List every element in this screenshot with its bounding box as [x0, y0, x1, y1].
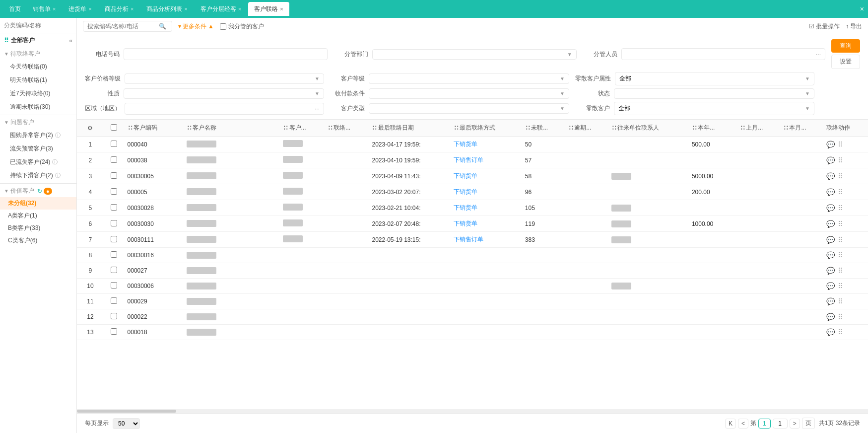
last-way-link[interactable]: 下销货单: [454, 204, 477, 211]
select-all-checkbox[interactable]: [111, 124, 117, 131]
row-check-1[interactable]: [104, 137, 125, 152]
last-way-link[interactable]: 下销货单: [454, 220, 477, 227]
nature-select[interactable]: ▼: [124, 88, 324, 99]
grid-action-icon[interactable]: ⠿: [838, 156, 843, 164]
sidebar-item-overdue[interactable]: 逾期未联络(30): [0, 100, 76, 114]
last-page-button[interactable]: 页: [802, 418, 815, 429]
tab-purchase[interactable]: 进货单 ×: [63, 2, 97, 16]
row-check-4[interactable]: [104, 184, 125, 200]
sales-tab-close[interactable]: ×: [53, 6, 56, 12]
row-check-9[interactable]: [104, 263, 125, 279]
chat-icon[interactable]: 💬: [826, 172, 835, 180]
row-checkbox-10[interactable]: [111, 282, 117, 289]
row-checkbox-11[interactable]: [111, 297, 117, 304]
row-checkbox-6[interactable]: [111, 220, 117, 226]
row-checkbox-5[interactable]: [111, 204, 117, 211]
sidebar-item-hoarding[interactable]: 囤购异常客户(2) ⓘ: [0, 129, 76, 142]
grid-action-icon[interactable]: ⠿: [838, 251, 843, 259]
row-check-5[interactable]: [104, 200, 125, 216]
chat-icon[interactable]: 💬: [826, 282, 835, 290]
tab-sales[interactable]: 销售单 ×: [27, 2, 62, 16]
chat-icon[interactable]: 💬: [826, 313, 835, 321]
chat-icon[interactable]: 💬: [826, 236, 835, 244]
last-way-link[interactable]: 下销售订单: [454, 236, 483, 243]
sidebar-section-problem[interactable]: ▼ 问题客户: [0, 116, 76, 129]
export-button[interactable]: ↑ 导出: [846, 22, 862, 31]
phone-input[interactable]: [124, 48, 328, 60]
payment-select[interactable]: ▼: [369, 88, 569, 99]
settings-header[interactable]: ⚙: [77, 120, 104, 137]
row-checkbox-7[interactable]: [111, 236, 117, 242]
chat-icon[interactable]: 💬: [826, 297, 835, 305]
chat-icon[interactable]: 💬: [826, 267, 835, 275]
global-close-button[interactable]: ×: [860, 5, 864, 13]
sidebar-item-tomorrow[interactable]: 明天待联络(1): [0, 73, 76, 87]
reset-button[interactable]: 设置: [831, 55, 860, 69]
row-check-10[interactable]: [104, 279, 125, 294]
sidebar-item-a-class[interactable]: A类客户(1): [0, 210, 76, 222]
status-select[interactable]: ▼: [614, 88, 814, 99]
grid-action-icon[interactable]: ⠿: [838, 172, 843, 180]
grid-action-icon[interactable]: ⠿: [838, 204, 843, 212]
last-way-link[interactable]: 下销售订单: [454, 156, 483, 163]
row-check-13[interactable]: [104, 325, 125, 340]
dept-select[interactable]: ▼: [372, 49, 576, 60]
my-customers-checkbox[interactable]: [220, 23, 226, 30]
batch-ops-button[interactable]: ☑ 批量操作: [809, 22, 840, 31]
last-way-link[interactable]: 下销货单: [454, 141, 477, 147]
chat-icon[interactable]: 💬: [826, 220, 835, 228]
sidebar-section-value[interactable]: ▼ 价值客户 ↻ ●: [0, 185, 76, 197]
refresh-icon[interactable]: ↻: [37, 188, 42, 195]
row-check-3[interactable]: [104, 168, 125, 184]
grid-action-icon[interactable]: ⠿: [838, 297, 843, 305]
sidebar-all-customers[interactable]: ⠿ 全部客户 «: [0, 33, 76, 48]
search-icon[interactable]: 🔍: [159, 23, 166, 30]
product-analysis-tab-close[interactable]: ×: [131, 6, 134, 12]
customer-level-select[interactable]: ▼: [369, 73, 569, 84]
chat-icon[interactable]: 💬: [826, 141, 835, 148]
tab-product-list[interactable]: 商品分析列表 ×: [140, 2, 193, 16]
price-level-select[interactable]: ▼: [125, 73, 324, 84]
retail-customer-select[interactable]: 全部 ▼: [614, 102, 814, 115]
grid-action-icon[interactable]: ⠿: [838, 282, 843, 290]
tab-home[interactable]: 首页: [4, 2, 26, 16]
collapse-icon[interactable]: «: [69, 37, 72, 44]
row-check-7[interactable]: [104, 232, 125, 248]
chat-icon[interactable]: 💬: [826, 156, 835, 164]
customer-segment-tab-close[interactable]: ×: [238, 6, 241, 12]
tab-customer-segment[interactable]: 客户分层经客 ×: [195, 2, 247, 16]
grid-action-icon[interactable]: ⠿: [838, 220, 843, 228]
sidebar-item-declining[interactable]: 持续下滑客户(2) ⓘ: [0, 169, 76, 182]
sidebar-section-pending[interactable]: ▼ 待联络客户: [0, 48, 76, 60]
chat-icon[interactable]: 💬: [826, 204, 835, 212]
grid-action-icon[interactable]: ⠿: [838, 328, 843, 336]
per-page-select[interactable]: 50 20 100: [113, 418, 140, 429]
row-checkbox-4[interactable]: [111, 188, 117, 195]
row-checkbox-8[interactable]: [111, 251, 117, 258]
grid-action-icon[interactable]: ⠿: [838, 141, 843, 148]
row-check-2[interactable]: [104, 152, 125, 168]
sidebar-item-today[interactable]: 今天待联络(0): [0, 60, 76, 73]
row-check-8[interactable]: [104, 248, 125, 263]
chat-icon[interactable]: 💬: [826, 188, 835, 196]
region-select[interactable]: ···: [125, 103, 324, 115]
horizontal-scrollbar[interactable]: [77, 409, 868, 413]
manager-select[interactable]: ···: [621, 48, 825, 60]
row-checkbox-1[interactable]: [111, 141, 117, 147]
chat-icon[interactable]: 💬: [826, 328, 835, 336]
customer-contact-tab-close[interactable]: ×: [280, 6, 283, 12]
next-page-button[interactable]: >: [790, 419, 800, 429]
row-checkbox-12[interactable]: [111, 313, 117, 319]
row-checkbox-2[interactable]: [111, 156, 117, 163]
row-check-11[interactable]: [104, 294, 125, 309]
prev-page-button[interactable]: <: [738, 419, 748, 429]
search-input[interactable]: [87, 23, 157, 30]
scroll-thumb[interactable]: [77, 410, 176, 413]
customer-type-select[interactable]: ▼: [369, 103, 569, 114]
purchase-tab-close[interactable]: ×: [88, 6, 91, 12]
page-input[interactable]: [773, 419, 788, 429]
grid-action-icon[interactable]: ⠿: [838, 188, 843, 196]
grid-action-icon[interactable]: ⠿: [838, 236, 843, 244]
retail-attr-select[interactable]: 全部 ▼: [615, 72, 814, 85]
sidebar-item-7days[interactable]: 近7天待联络(0): [0, 87, 76, 100]
